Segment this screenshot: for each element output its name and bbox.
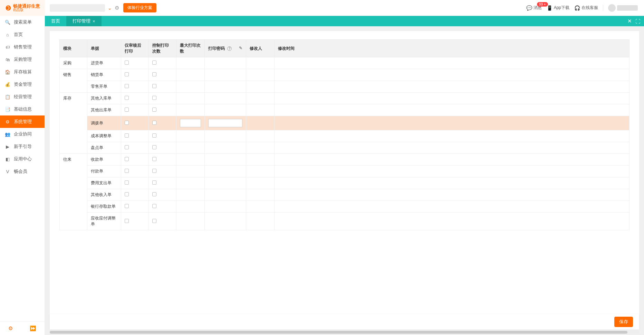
table-row[interactable]: 销售销货单 — [60, 69, 629, 81]
sidebar-item-9[interactable]: 👥企业协同 — [0, 128, 45, 140]
checkbox[interactable] — [125, 145, 129, 149]
col-modtime: 修改时间 — [275, 40, 629, 57]
checkbox[interactable] — [152, 192, 156, 196]
table-row[interactable]: 采购进货单 — [60, 57, 629, 69]
org-name-placeholder — [50, 4, 105, 12]
tab-0[interactable]: 首页 — [45, 16, 66, 26]
modifier-cell — [246, 130, 275, 142]
sidebar-item-10[interactable]: ▶新手引导 — [0, 140, 45, 153]
table-row[interactable]: 库存其他入库单 — [60, 93, 629, 104]
checkbox[interactable] — [152, 169, 156, 173]
checkbox[interactable] — [125, 133, 129, 138]
sidebar-item-label: 应用中心 — [14, 156, 32, 162]
sidebar-item-2[interactable]: 🏷销售管理 — [0, 41, 45, 53]
checkbox[interactable] — [152, 61, 156, 65]
checkbox[interactable] — [152, 157, 156, 161]
sidebar-item-5[interactable]: 💰资金管理 — [0, 78, 45, 91]
sidebar-item-label: 搜索菜单 — [14, 19, 32, 25]
checkbox[interactable] — [125, 192, 129, 196]
table-row[interactable]: 零售开单 — [60, 81, 629, 93]
audit-cell — [121, 213, 149, 230]
password-cell — [205, 177, 246, 189]
checkbox[interactable] — [125, 219, 129, 223]
horizontal-scrollbar[interactable] — [50, 331, 639, 334]
tab-close-all-icon[interactable]: ✕ — [627, 18, 632, 24]
modtime-cell — [275, 116, 629, 130]
checkbox[interactable] — [125, 121, 129, 125]
sidebar-item-label: 新手引导 — [14, 143, 32, 150]
settings-icon[interactable]: ⚙ — [8, 325, 13, 332]
checkbox[interactable] — [125, 108, 129, 112]
modifier-cell — [246, 93, 275, 104]
industry-plan-button[interactable]: 体验行业方案 — [123, 3, 156, 12]
collapse-icon[interactable]: ⏩ — [30, 325, 36, 332]
table-row[interactable]: 银行存取款单 — [60, 201, 629, 213]
gear-icon[interactable]: ⚙ — [115, 5, 119, 11]
fullscreen-icon[interactable]: ⛶ — [635, 18, 641, 24]
app-download-button[interactable]: 📱 App下载 — [547, 5, 569, 11]
module-cell: 采购 — [60, 57, 87, 69]
org-selector[interactable]: ⌄ ⚙ — [50, 4, 119, 12]
sidebar-item-12[interactable]: V畅会员 — [0, 165, 45, 178]
maxtimes-cell[interactable] — [176, 116, 205, 130]
checkbox[interactable] — [152, 133, 156, 138]
save-button[interactable]: 保存 — [614, 317, 633, 327]
sidebar-item-0[interactable]: 🔍搜索菜单 — [0, 16, 45, 28]
user-menu[interactable] — [608, 4, 638, 12]
table-row[interactable]: 费用支出单 — [60, 177, 629, 189]
checkbox[interactable] — [125, 180, 129, 185]
checkbox[interactable] — [125, 72, 129, 76]
checkbox[interactable] — [152, 180, 156, 185]
doc-cell: 其他收入单 — [87, 189, 121, 201]
table-row[interactable]: 其他出库单 — [60, 104, 629, 116]
password-input[interactable] — [208, 119, 242, 127]
checkbox[interactable] — [152, 145, 156, 149]
scrollbar-thumb[interactable] — [50, 331, 627, 334]
table-row[interactable]: 成本调整单 — [60, 130, 629, 142]
checkbox[interactable] — [125, 84, 129, 88]
modifier-cell — [246, 57, 275, 69]
control-cell — [149, 201, 176, 213]
modtime-cell — [275, 130, 629, 142]
checkbox[interactable] — [125, 169, 129, 173]
modifier-cell — [246, 177, 275, 189]
checkbox[interactable] — [125, 96, 129, 100]
audit-cell — [121, 166, 149, 177]
table-row[interactable]: 其他收入单 — [60, 189, 629, 201]
edit-column-icon[interactable]: ✎ — [239, 46, 242, 50]
checkbox[interactable] — [125, 204, 129, 208]
sidebar-item-6[interactable]: 📋经营管理 — [0, 91, 45, 103]
sidebar-item-4[interactable]: 🏠库存核算 — [0, 66, 45, 78]
table-row[interactable]: 调拨单 — [60, 116, 629, 130]
sidebar-item-11[interactable]: ◧应用中心 — [0, 153, 45, 165]
doc-cell: 成本调整单 — [87, 130, 121, 142]
checkbox[interactable] — [125, 61, 129, 65]
checkbox[interactable] — [125, 157, 129, 161]
checkbox[interactable] — [152, 121, 156, 125]
checkbox[interactable] — [152, 96, 156, 100]
password-cell[interactable] — [205, 116, 246, 130]
tab-1[interactable]: 打印管理× — [66, 16, 102, 26]
checkbox[interactable] — [152, 204, 156, 208]
sidebar-item-8[interactable]: ⚙系统管理 — [0, 115, 45, 128]
checkbox[interactable] — [152, 84, 156, 88]
online-service-button[interactable]: 🎧 在线客服 — [574, 5, 598, 11]
control-cell — [149, 104, 176, 116]
sidebar-item-3[interactable]: 🛍采购管理 — [0, 53, 45, 66]
sidebar-item-label: 畅会员 — [14, 168, 27, 175]
help-icon[interactable]: ? — [227, 46, 232, 51]
messages-button[interactable]: 💬 消息 99 + — [526, 5, 542, 11]
modtime-cell — [275, 81, 629, 93]
checkbox[interactable] — [152, 108, 156, 112]
checkbox[interactable] — [152, 219, 156, 223]
table-row[interactable]: 盘点单 — [60, 142, 629, 154]
table-row[interactable]: 应收应付调整单 — [60, 213, 629, 230]
sidebar-item-7[interactable]: 📑基础信息 — [0, 103, 45, 115]
maxtimes-cell — [176, 154, 205, 166]
table-row[interactable]: 往来收款单 — [60, 154, 629, 166]
sidebar-item-1[interactable]: ⌂首页 — [0, 28, 45, 41]
table-row[interactable]: 付款单 — [60, 166, 629, 177]
checkbox[interactable] — [152, 72, 156, 76]
maxtimes-input[interactable] — [180, 119, 201, 127]
tab-close-icon[interactable]: × — [93, 19, 95, 24]
